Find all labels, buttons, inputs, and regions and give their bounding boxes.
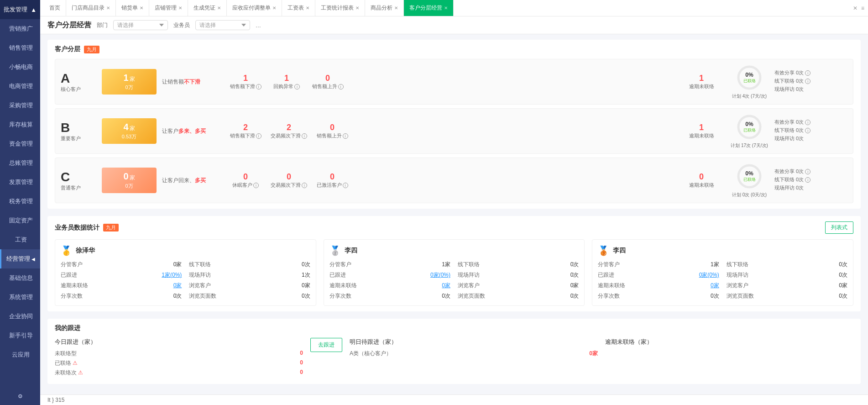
sidebar-item-purchase[interactable]: 采购管理 — [0, 96, 40, 115]
tier-a-suggestion: 让销售额不下滑 — [157, 78, 230, 86]
staff-stat-row: 线下联络 0次 — [727, 261, 847, 268]
customer-section-title: 客户分层 — [55, 45, 80, 53]
content-area: 客户分层 九月 A 核心客户 1 家 0万 — [40, 34, 868, 394]
today-followup-title: 今日跟进（家） — [55, 338, 303, 346]
info-icon[interactable]: i — [294, 84, 300, 89]
staff-stat-row: 线下联络 0次 — [458, 261, 579, 268]
bottom-bar: It } 315 — [40, 394, 868, 405]
tier-c-contact: 0 逾期未联络 — [679, 172, 724, 189]
list-view-button[interactable]: 列表式 — [825, 221, 853, 234]
sidebar-item-invoice[interactable]: 发票管理 — [0, 173, 40, 192]
staff-card-2: 🥈 李四 分管客户 1家 线下联络 0次 已跟进 — [324, 239, 585, 306]
dept-label: 部门 — [97, 21, 108, 29]
followup-stat-row: 未联络型 0 — [55, 350, 303, 358]
staff-header-3: 🥉 李四 — [598, 245, 847, 256]
tab-sales-order[interactable]: 销货单 ✕ — [116, 0, 149, 16]
staff-stat-row: 已跟进 0家(0%) — [598, 271, 719, 279]
info-icon[interactable]: i — [343, 133, 348, 139]
info-icon[interactable]: i — [256, 84, 261, 89]
info-icon[interactable]: i — [256, 133, 261, 139]
info-icon[interactable]: i — [805, 177, 810, 183]
tab-store-mgmt[interactable]: 店铺管理 ✕ — [149, 0, 188, 16]
tab-close-icon[interactable]: ✕ — [106, 5, 110, 11]
staff-stat-row: 已跟进 0家(0%) — [329, 271, 450, 279]
tab-voucher[interactable]: 生成凭证 ✕ — [188, 0, 227, 16]
info-icon[interactable]: i — [805, 70, 810, 76]
tab-close-icon[interactable]: ✕ — [217, 5, 221, 11]
tab-payroll-report[interactable]: 工资统计报表 ✕ — [315, 0, 365, 16]
sidebar-item-payroll[interactable]: 工资 — [0, 230, 40, 249]
tier-a-count: 1 家 0万 — [102, 69, 157, 95]
close-all-icon[interactable]: ✕ — [853, 5, 858, 11]
sidebar-header[interactable]: 批发管理 ▲ — [0, 0, 40, 19]
go-followup-button[interactable]: 去跟进 — [310, 338, 342, 352]
main-container: 首页 门店商品目录 ✕ 销货单 ✕ 店铺管理 ✕ 生成凭证 ✕ 应收应付调整单 … — [40, 0, 868, 405]
tier-c-label: C 普通客户 — [61, 170, 102, 191]
info-icon[interactable]: i — [805, 169, 810, 174]
info-icon[interactable]: i — [805, 79, 810, 84]
info-icon[interactable]: i — [253, 183, 259, 188]
info-icon[interactable]: i — [805, 128, 810, 133]
staff-stat-row: 分管客户 1家 — [329, 261, 450, 268]
tab-close-icon[interactable]: ✕ — [178, 5, 182, 11]
tab-close-icon[interactable]: ✕ — [394, 5, 398, 11]
sidebar-item-ecommerce-small[interactable]: 小畅电商 — [0, 58, 40, 77]
tier-b-contact: 1 逾期未联络 — [679, 123, 724, 139]
tier-a-label: A 核心客户 — [61, 71, 102, 93]
sidebar-item-finance[interactable]: 资金管理 — [0, 134, 40, 153]
staff-stat-row: 浏览页面数 0次 — [458, 292, 579, 300]
tab-close-icon[interactable]: ✕ — [140, 5, 143, 11]
info-icon[interactable]: i — [302, 133, 307, 139]
gear-icon: ⚙ — [18, 393, 23, 400]
sidebar-item-basic[interactable]: 基础信息 — [0, 268, 40, 288]
info-icon[interactable]: i — [302, 183, 307, 188]
settings-button[interactable]: ⚙ — [0, 388, 40, 405]
followup-grid: 今日跟进（家） 未联络型 0 已联络 ⚠ 0 未联络次 ⚠ 0 — [55, 338, 853, 379]
tab-bar: 首页 门店商品目录 ✕ 销货单 ✕ 店铺管理 ✕ 生成凭证 ✕ 应收应付调整单 … — [40, 0, 868, 16]
tier-a-stat3: 0 销售额上升 i — [312, 74, 344, 90]
staff-select[interactable]: 请选择 — [195, 20, 250, 30]
sidebar-item-operations[interactable]: 经营管理 ◀ — [0, 249, 40, 268]
sidebar-toggle-icon[interactable]: ▲ — [31, 6, 37, 13]
info-icon[interactable]: i — [338, 84, 344, 89]
tab-product-analysis[interactable]: 商品分析 ✕ — [365, 0, 404, 16]
followup-stat-row: 已联络 ⚠ 0 — [55, 359, 303, 367]
info-icon[interactable]: i — [805, 120, 810, 125]
sidebar-item-ledger[interactable]: 总账管理 — [0, 153, 40, 173]
tab-close-icon[interactable]: ✕ — [356, 5, 359, 11]
tab-payroll[interactable]: 工资表 ✕ — [282, 0, 315, 16]
staff-stat-row: 现场拜访 1次 — [189, 271, 310, 279]
tab-close-icon[interactable]: ✕ — [444, 5, 448, 11]
dept-select[interactable]: 请选择 — [113, 20, 168, 30]
tab-home[interactable]: 首页 — [44, 0, 66, 16]
sidebar-item-cloud[interactable]: 云应用 — [0, 345, 40, 364]
staff-stat-row: 分享次数 0次 — [598, 292, 719, 300]
staff-stats-2: 分管客户 1家 线下联络 0次 已跟进 0家(0%) 现场拜访 — [329, 261, 579, 300]
sidebar-item-ecommerce[interactable]: 电商管理 — [0, 77, 40, 96]
status-text: It } 315 — [47, 397, 64, 403]
info-icon[interactable]: i — [343, 183, 348, 188]
overdue-followup-title: 逾期未联络（家） — [605, 338, 853, 346]
tier-c-count: 0 家 0万 — [102, 168, 157, 193]
sidebar-item-guide[interactable]: 新手引导 — [0, 326, 40, 345]
tab-ar-ap[interactable]: 应收应付调整单 ✕ — [227, 0, 282, 16]
sidebar-item-assets[interactable]: 固定资产 — [0, 211, 40, 230]
tab-customer-tier[interactable]: 客户分层经营 ✕ — [404, 0, 454, 16]
staff-stat-row: 现场拜访 0次 — [458, 271, 579, 279]
tab-more-icon[interactable]: ≡ — [861, 5, 864, 11]
staff-stat-row: 现场拜访 0次 — [727, 271, 847, 279]
overdue-followup-col: 逾期未联络（家） — [605, 338, 853, 350]
sidebar-item-sales[interactable]: 销售管理 — [0, 38, 40, 58]
tier-c-stat3: 0 已激活客户 i — [316, 172, 348, 189]
staff-stat-row: 逾期未联络 0家 — [61, 282, 182, 289]
sidebar-item-collab[interactable]: 企业协同 — [0, 307, 40, 326]
sidebar-item-marketing[interactable]: 营销推广 — [0, 19, 40, 38]
sidebar-item-tax[interactable]: 税务管理 — [0, 192, 40, 211]
tab-store-products[interactable]: 门店商品目录 ✕ — [66, 0, 116, 16]
tab-close-icon[interactable]: ✕ — [306, 5, 309, 11]
filter-more[interactable]: ... — [256, 21, 261, 29]
sidebar-item-inventory[interactable]: 库存核算 — [0, 115, 40, 134]
customer-tier-section: 客户分层 九月 A 核心客户 1 家 0万 — [47, 40, 861, 209]
sidebar-item-system[interactable]: 系统管理 — [0, 288, 40, 307]
tab-close-icon[interactable]: ✕ — [272, 5, 276, 11]
